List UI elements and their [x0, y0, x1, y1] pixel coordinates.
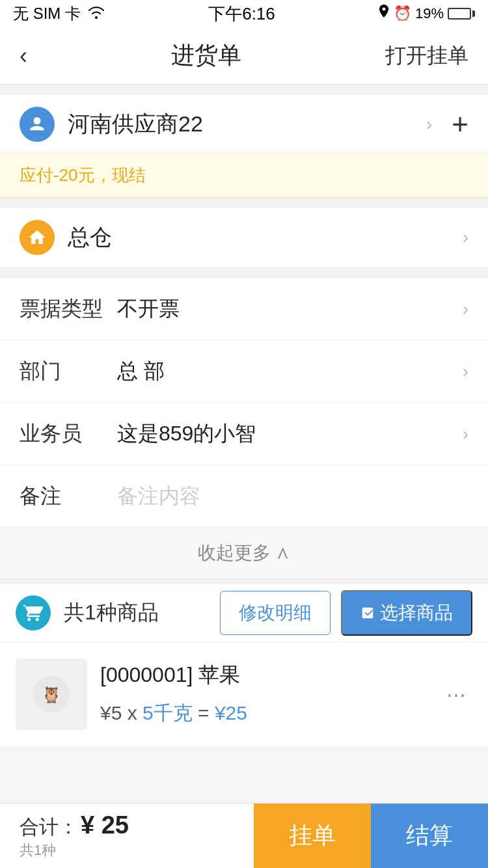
- invoice-label: 票据类型: [20, 295, 104, 323]
- salesman-value: 这是859的小智: [104, 420, 463, 448]
- home-icon: [27, 228, 47, 247]
- form-section: 票据类型 不开票 › 部门 总 部 › 业务员 这是859的小智 › 备注 备注…: [0, 277, 488, 527]
- product-section-icon: [16, 595, 51, 631]
- equals-text: =: [193, 702, 215, 724]
- status-left: 无 SIM 卡: [13, 3, 105, 24]
- bottom-bar: 合计： ¥ 25 共1种 挂单 结算: [0, 803, 488, 868]
- alarm-icon: ⏰: [394, 5, 411, 22]
- warehouse-name: 总仓: [68, 223, 463, 252]
- select-product-button[interactable]: 选择商品: [341, 590, 472, 636]
- modify-detail-button[interactable]: 修改明细: [220, 591, 331, 635]
- product-title: 苹果: [198, 663, 240, 686]
- salesman-row[interactable]: 业务员 这是859的小智 ›: [0, 402, 488, 465]
- price-text: ¥5 x: [100, 702, 142, 724]
- warehouse-icon: [20, 220, 55, 255]
- warehouse-section[interactable]: 总仓 ›: [0, 208, 488, 267]
- total-price-text: ¥25: [215, 702, 247, 724]
- collapse-bar[interactable]: 收起更多 ∧: [0, 527, 488, 579]
- product-price: ¥5 x 5千克 = ¥25: [100, 700, 440, 727]
- status-right: ⏰ 19%: [378, 5, 475, 23]
- svg-text:🦉: 🦉: [42, 685, 61, 704]
- invoice-type-row[interactable]: 票据类型 不开票 ›: [0, 277, 488, 340]
- more-button[interactable]: ···: [440, 674, 472, 714]
- total-section: 合计： ¥ 25 共1种: [0, 804, 254, 868]
- salesman-label: 业务员: [20, 420, 104, 448]
- section-divider-3: [0, 267, 488, 277]
- location-icon: [378, 5, 390, 23]
- hang-button[interactable]: 挂单: [254, 804, 371, 868]
- back-button[interactable]: ‹: [20, 42, 27, 70]
- remark-input[interactable]: 备注内容: [104, 482, 468, 511]
- invoice-chevron-icon: ›: [463, 299, 468, 319]
- checkout-button[interactable]: 结算: [371, 804, 488, 868]
- product-name: [0000001] 苹果: [100, 661, 440, 690]
- open-hang-button[interactable]: 打开挂单: [385, 42, 468, 70]
- cart-icon: [23, 603, 43, 623]
- status-time: 下午6:16: [208, 3, 275, 25]
- battery-percentage: 19%: [415, 5, 444, 22]
- department-chevron-icon: ›: [463, 361, 468, 382]
- supplier-name[interactable]: 河南供应商22: [68, 109, 426, 139]
- product-thumb-logo: 🦉: [32, 675, 71, 714]
- page-title: 进货单: [171, 40, 241, 72]
- warehouse-chevron-icon: ›: [463, 227, 468, 248]
- total-amount: ¥ 25: [81, 811, 129, 839]
- remark-row[interactable]: 备注 备注内容: [0, 465, 488, 527]
- supplier-section: 河南供应商22 › +: [0, 95, 488, 154]
- product-thumbnail: 🦉: [16, 658, 87, 730]
- remark-label: 备注: [20, 482, 104, 511]
- department-row[interactable]: 部门 总 部 ›: [0, 340, 488, 402]
- product-code: [0000001]: [100, 663, 193, 686]
- supplier-avatar: [20, 107, 55, 142]
- bottom-placeholder: [0, 746, 488, 811]
- select-product-label: 选择商品: [380, 601, 453, 625]
- notice-bar: 应付-20元，现结: [0, 154, 488, 198]
- status-bar: 无 SIM 卡 下午6:16 ⏰ 19%: [0, 0, 488, 27]
- department-label: 部门: [20, 357, 104, 386]
- invoice-value: 不开票: [104, 295, 463, 323]
- product-item: 🦉 [0000001] 苹果 ¥5 x 5千克 = ¥25 ···: [0, 642, 488, 746]
- product-header: 共1种商品 修改明细 选择商品: [0, 579, 488, 642]
- supplier-chevron-icon: ›: [426, 114, 432, 135]
- wifi-icon: [87, 5, 105, 23]
- total-count: 共1种: [20, 841, 234, 860]
- add-button[interactable]: +: [452, 110, 468, 139]
- product-count-label: 共1种商品: [64, 599, 220, 627]
- section-divider-1: [0, 85, 488, 95]
- nav-bar: ‹ 进货单 打开挂单: [0, 27, 488, 85]
- product-info: [0000001] 苹果 ¥5 x 5千克 = ¥25: [100, 661, 440, 727]
- battery-icon: [448, 8, 475, 20]
- person-icon: [27, 114, 47, 135]
- salesman-chevron-icon: ›: [463, 424, 468, 444]
- department-value: 总 部: [104, 357, 463, 386]
- carrier-label: 无 SIM 卡: [13, 3, 81, 24]
- total-label: 合计：: [20, 814, 78, 841]
- section-divider-2: [0, 198, 488, 208]
- quantity-text: 5千克: [142, 702, 193, 724]
- select-icon: [360, 606, 375, 620]
